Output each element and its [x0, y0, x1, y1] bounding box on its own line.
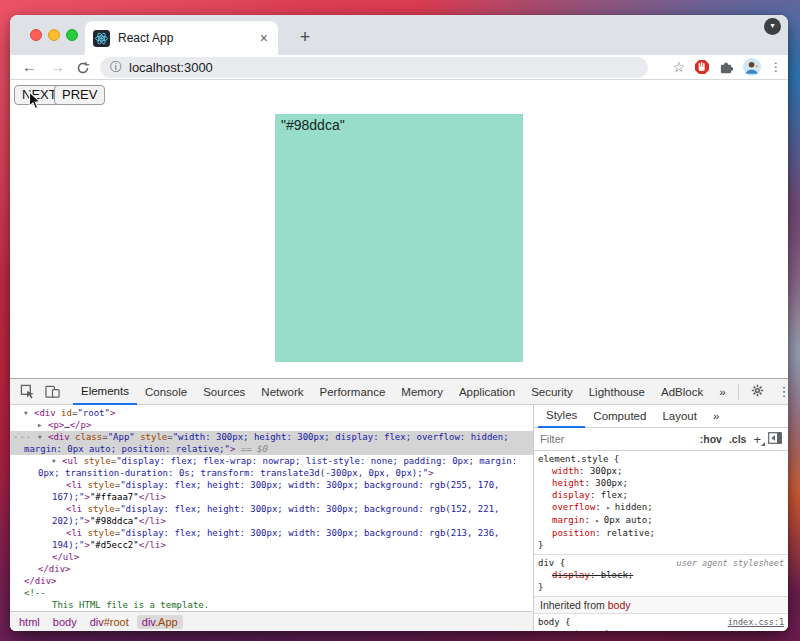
- devtools-tab-application[interactable]: Application: [451, 379, 523, 405]
- rule-selector[interactable]: body {: [538, 616, 571, 628]
- styles-filter-row: :hov .cls +: [534, 428, 788, 451]
- elements-breadcrumbs: htmlbodydiv#rootdiv.App: [10, 611, 533, 631]
- tag-name: <li: [66, 504, 82, 514]
- collapse-arrow-icon[interactable]: ▼: [38, 431, 48, 443]
- breadcrumb-div-root[interactable]: div#root: [85, 615, 134, 629]
- tag-name: <li: [66, 528, 82, 538]
- address-bar[interactable]: ⓘ localhost:3000: [100, 57, 648, 78]
- rule-close-brace: }: [538, 539, 784, 551]
- new-tab-button[interactable]: +: [292, 25, 318, 51]
- tree-row[interactable]: ...▼<div class="App" style="width: 300px…: [10, 431, 533, 455]
- back-icon[interactable]: ←: [22, 56, 37, 78]
- closing-tag: </ul>: [52, 552, 79, 562]
- devtools-tab-memory[interactable]: Memory: [393, 379, 451, 405]
- browser-window: React App × + ▾ ← → ⓘ localhost:3000 ☆: [10, 15, 788, 631]
- css-property-display[interactable]: display: flex;: [538, 489, 784, 501]
- react-logo-icon: [93, 30, 110, 47]
- prev-button[interactable]: PREV: [54, 85, 105, 105]
- css-property-height[interactable]: height: 300px;: [538, 477, 784, 489]
- css-property-display[interactable]: display: block;: [538, 569, 784, 581]
- css-property-margin[interactable]: margin: ▸ 0;: [538, 628, 784, 631]
- new-style-rule-button[interactable]: +: [753, 432, 761, 447]
- expand-shorthand-icon[interactable]: ▸: [595, 517, 603, 525]
- closing-tag: </p>: [70, 420, 92, 430]
- closing-tag: </div>: [38, 564, 71, 574]
- tree-row[interactable]: <li style="display: flex; height: 300px;…: [10, 479, 533, 503]
- devtools-settings-gear-icon[interactable]: [745, 384, 770, 400]
- tree-row[interactable]: ▼<ul style="display: flex; flex-wrap: no…: [10, 455, 533, 479]
- style-rule-div: div {user agent stylesheetdisplay: block…: [534, 555, 788, 597]
- dock-sidebar-icon[interactable]: [768, 430, 782, 448]
- breadcrumb-html[interactable]: html: [14, 615, 45, 629]
- site-info-icon[interactable]: ⓘ: [110, 59, 122, 76]
- rule-selector[interactable]: element.style {: [538, 453, 619, 465]
- browser-titlebar: React App × + ▾: [10, 15, 788, 55]
- attribute-name: style: [84, 456, 111, 466]
- breadcrumb-div-App[interactable]: div.App: [137, 615, 183, 629]
- tab-close-icon[interactable]: ×: [258, 31, 270, 45]
- url-text: localhost:3000: [129, 60, 213, 75]
- devtools-tab-strip: ElementsConsoleSourcesNetworkPerformance…: [73, 379, 734, 405]
- devtools-tab-console[interactable]: Console: [137, 379, 195, 405]
- reload-icon[interactable]: [76, 59, 90, 81]
- tab-search-button[interactable]: ▾: [764, 18, 781, 35]
- css-property-position[interactable]: position: relative;: [538, 527, 784, 539]
- tree-row[interactable]: <li style="display: flex; height: 300px;…: [10, 527, 533, 551]
- toggle-hov-button[interactable]: :hov: [700, 433, 722, 445]
- tree-row[interactable]: <li style="display: flex; height: 300px;…: [10, 503, 533, 527]
- inherited-from-tag[interactable]: body: [608, 599, 631, 611]
- attribute-name: id: [61, 408, 72, 418]
- attribute-value: "root": [77, 408, 110, 418]
- closing-tag: </li>: [139, 540, 166, 550]
- css-property-margin[interactable]: margin: ▸ 0px auto;: [538, 514, 784, 527]
- attribute-name: class: [75, 432, 102, 442]
- devtools-tab-performance[interactable]: Performance: [312, 379, 394, 405]
- tree-row[interactable]: </div>: [10, 575, 533, 587]
- tree-row[interactable]: </ul>: [10, 551, 533, 563]
- tree-row[interactable]: This HTML file is a template.: [10, 599, 533, 611]
- devtools-tab-[interactable]: »: [711, 379, 733, 405]
- devtools-tab-security[interactable]: Security: [523, 379, 581, 405]
- devtools-tab-adblock[interactable]: AdBlock: [653, 379, 711, 405]
- chrome-menu-icon[interactable]: ⋮: [770, 60, 782, 74]
- extensions-puzzle-icon[interactable]: [719, 60, 734, 75]
- tree-row[interactable]: ▶<p>…</p>: [10, 419, 533, 431]
- closing-tag: </li>: [139, 516, 166, 526]
- adblock-extension-icon[interactable]: [694, 59, 710, 75]
- node-text: "#98ddca": [90, 516, 139, 526]
- close-window-button[interactable]: [30, 29, 42, 41]
- device-toolbar-icon[interactable]: [40, 384, 65, 399]
- node-text: "#ffaaa7": [90, 492, 139, 502]
- minimize-window-button[interactable]: [48, 29, 60, 41]
- browser-tab[interactable]: React App ×: [85, 21, 278, 55]
- breadcrumb-body[interactable]: body: [48, 615, 82, 629]
- devtools-menu-icon[interactable]: ⋮: [772, 384, 788, 399]
- rule-selector[interactable]: div {: [538, 557, 565, 569]
- zoom-window-button[interactable]: [66, 29, 78, 41]
- expand-shorthand-icon[interactable]: ▸: [606, 504, 614, 512]
- inherited-from-bar: Inherited from body: [534, 597, 788, 614]
- devtools-tab-network[interactable]: Network: [253, 379, 311, 405]
- tree-row[interactable]: ▼<div id="root">: [10, 407, 533, 419]
- collapse-arrow-icon[interactable]: ▼: [52, 455, 62, 467]
- inspect-element-icon[interactable]: [15, 384, 40, 399]
- styles-tab-computed[interactable]: Computed: [585, 405, 654, 428]
- css-property-width[interactable]: width: 300px;: [538, 465, 784, 477]
- collapse-arrow-icon[interactable]: ▼: [24, 407, 34, 419]
- tree-row[interactable]: </div>: [10, 563, 533, 575]
- toggle-cls-button[interactable]: .cls: [729, 433, 747, 445]
- tree-row[interactable]: <!--: [10, 587, 533, 599]
- expand-arrow-icon[interactable]: ▶: [38, 419, 48, 431]
- profile-avatar[interactable]: [743, 58, 761, 76]
- css-property-overflow[interactable]: overflow: ▸ hidden;: [538, 501, 784, 514]
- devtools-tab-sources[interactable]: Sources: [195, 379, 253, 405]
- devtools-tab-elements[interactable]: Elements: [73, 379, 137, 405]
- stylesheet-link[interactable]: index.css:1: [728, 616, 784, 628]
- styles-filter-input[interactable]: [540, 433, 693, 445]
- styles-tab-styles[interactable]: Styles: [538, 405, 585, 428]
- devtools-tab-lighthouse[interactable]: Lighthouse: [581, 379, 653, 405]
- elements-tree: ▼<div id="root">▶<p>…</p>...▼<div class=…: [10, 405, 533, 611]
- styles-tab-[interactable]: »: [705, 405, 727, 428]
- bookmark-star-icon[interactable]: ☆: [672, 59, 685, 75]
- styles-tab-layout[interactable]: Layout: [654, 405, 705, 428]
